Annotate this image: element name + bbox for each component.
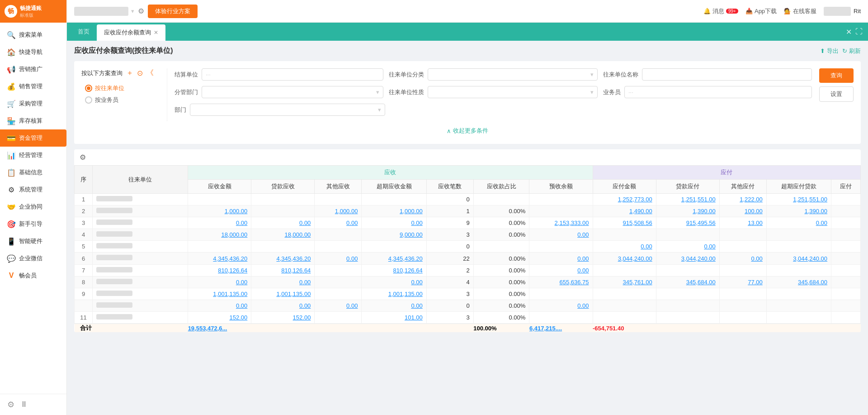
salesman-input[interactable]: ··· [624,86,812,98]
cell-ar-amount[interactable]: 1,000.00 [188,205,251,217]
sidebar-item-purchase[interactable]: 🛒 采购管理 [0,95,66,112]
footer-ar-amount[interactable]: 19,553,472,6... [188,324,251,332]
cell-ar-overdue[interactable]: 0.00 [362,300,426,312]
sidebar-collapse-icon[interactable]: ⏸ [20,400,28,410]
cell-ap-loan[interactable]: 0.00 [656,241,719,253]
sidebar-item-marketing[interactable]: 📢 营销推广 [0,61,66,78]
table-scroll-area[interactable]: 序 往来单位 应收 应付 应收金额 贷款应收 其他应收 超期应收金额 应收笔数 … [74,165,861,332]
collapse-filter-icon[interactable]: 《 [146,68,154,78]
cell-ar-amount[interactable]: 810,126.64 [188,265,251,277]
partner-name-input[interactable] [642,68,812,81]
cell-ar-overdue[interactable]: 0.00 [362,277,426,288]
cell-ap-loan[interactable]: 345,684.00 [656,277,719,288]
app-download-btn[interactable]: 📥 App下载 [745,7,777,15]
cell-ar-other[interactable]: 0.00 [315,300,362,312]
cell-ar-loan[interactable]: 0.00 [251,300,315,312]
cell-ap-amount[interactable]: 915,508.56 [593,217,656,229]
cell-ar-loan[interactable]: 4,345,436.20 [251,253,315,265]
cell-ar-other[interactable]: 0.00 [315,217,362,229]
table-settings-icon[interactable]: ⚙ [80,153,86,162]
cell-ar-overdue[interactable]: 1,000.00 [362,205,426,217]
cell-ap-loan[interactable]: 1,390.00 [656,205,719,217]
tab-ar-ap[interactable]: 应收应付余额查询 ✕ [97,24,165,41]
cell-ar-amount[interactable]: 0.00 [188,277,251,288]
cell-ar-amount[interactable]: 152.00 [188,312,251,324]
cell-ar-amount[interactable]: 0.00 [188,300,251,312]
cell-ap-overdue[interactable]: 345,684.00 [766,277,831,288]
cell-ar-amount[interactable]: 1,001,135.00 [188,288,251,300]
cell-ar-overdue[interactable]: 4,345,436.20 [362,253,426,265]
cell-ar-overdue[interactable]: 0.00 [362,217,426,229]
sidebar-item-search[interactable]: 🔍 搜索菜单 [0,26,66,43]
sidebar-item-finance[interactable]: 💳 资金管理 [0,129,66,147]
cell-ar-loan[interactable]: 152.00 [251,312,315,324]
cell-ap-loan[interactable]: 3,044,240.00 [656,253,719,265]
sidebar-item-quick-nav[interactable]: 🏠 快捷导航 [0,43,66,61]
cell-ap-loan[interactable]: 915,495.56 [656,217,719,229]
cell-ar-amount[interactable]: 4,345,436.20 [188,253,251,265]
cell-ap-other[interactable]: 77.00 [719,277,766,288]
trial-btn[interactable]: 体验行业方案 [148,5,198,18]
cell-ar-loan[interactable]: 0.00 [251,217,315,229]
cell-ar-overdue[interactable]: 9,000.00 [362,229,426,241]
partner-nature-select[interactable]: ▾ [428,86,598,98]
sidebar-item-system[interactable]: ⚙ 系统管理 [0,181,66,198]
cell-ar-other[interactable]: 0.00 [315,253,362,265]
cell-ap-amount[interactable]: 1,252,773.00 [593,194,656,205]
cell-ap-loan[interactable]: 1,251,551.00 [656,194,719,205]
cell-ap-amount[interactable]: 1,490.00 [593,205,656,217]
add-filter-icon[interactable]: ＋ [126,68,133,78]
cell-ar-prepay[interactable]: 0.00 [529,253,593,265]
sidebar-item-guide[interactable]: 🎯 新手引导 [0,215,66,233]
sidebar-item-wechat[interactable]: 💬 企业微信 [0,250,66,267]
cell-ap-other[interactable]: 100.00 [719,205,766,217]
notification-btn[interactable]: 🔔 消息 99+ [703,7,738,15]
tab-expand-icon[interactable]: ⛶ [855,28,863,36]
settings-filter-icon[interactable]: ⊙ [137,69,143,77]
dept-select[interactable]: ▾ [190,104,385,116]
cell-ap-overdue[interactable]: 1,251,551.00 [766,194,831,205]
cell-ar-overdue[interactable]: 810,126.64 [362,265,426,277]
sidebar-item-member[interactable]: V 畅会员 [0,267,66,284]
collapse-more-btn[interactable]: ∧ 收起更多条件 [447,125,488,137]
partner-category-select[interactable]: ▾ [428,68,598,81]
gear-icon[interactable]: ⚙ [138,7,144,15]
cell-ap-other[interactable]: 13.00 [719,217,766,229]
cell-ar-other[interactable]: 1,000.00 [315,205,362,217]
cell-ar-loan[interactable]: 18,000.00 [251,229,315,241]
filter-option-by-partner[interactable]: 按往来单位 [81,82,161,94]
sidebar-item-operations[interactable]: 📊 经营管理 [0,147,66,164]
set-button[interactable]: 设置 [819,86,854,102]
sidebar-item-corp[interactable]: 🤝 企业协同 [0,198,66,215]
footer-ar-prepay[interactable]: 6,417,215.... [529,324,593,332]
cell-ar-amount[interactable]: 18,000.00 [188,229,251,241]
query-button[interactable]: 查询 [819,68,854,83]
cell-ap-other[interactable]: 1,222.00 [719,194,766,205]
sidebar-item-basic[interactable]: 📋 基础信息 [0,164,66,181]
cell-ar-prepay[interactable]: 2,153,333.00 [529,217,593,229]
dept-manage-select[interactable]: ▾ [202,86,383,98]
sidebar-item-sales[interactable]: 💰 销售管理 [0,78,66,95]
filter-option-by-staff[interactable]: 按业务员 [81,94,161,106]
cell-ar-overdue[interactable]: 1,001,135.00 [362,288,426,300]
cell-ar-loan[interactable]: 810,126.64 [251,265,315,277]
cell-ap-amount[interactable]: 345,761.00 [593,277,656,288]
cell-ap-overdue[interactable]: 3,044,240.00 [766,253,831,265]
tab-home[interactable]: 首页 [71,23,97,41]
cell-ap-overdue[interactable]: 1,390.00 [766,205,831,217]
cell-ar-prepay[interactable]: 0.00 [529,300,593,312]
cell-ar-amount[interactable]: 0.00 [188,217,251,229]
refresh-btn[interactable]: ↻ 刷新 [842,47,861,55]
cell-ap-other[interactable]: 0.00 [719,253,766,265]
cell-ar-prepay[interactable]: 655,636.75 [529,277,593,288]
sidebar-settings-icon[interactable]: ⚙ [7,400,14,410]
cell-ap-amount[interactable]: 3,044,240.00 [593,253,656,265]
cell-ap-amount[interactable]: 0.00 [593,241,656,253]
online-service-btn[interactable]: 💁 在线客服 [784,7,816,15]
cell-ar-loan[interactable]: 0.00 [251,277,315,288]
cell-ar-prepay[interactable]: 0.00 [529,265,593,277]
cell-ar-overdue[interactable]: 101.00 [362,312,426,324]
cell-ap-overdue[interactable]: 0.00 [766,217,831,229]
cell-ar-loan[interactable]: 1,001,135.00 [251,288,315,300]
cell-ar-prepay[interactable]: 0.00 [529,229,593,241]
